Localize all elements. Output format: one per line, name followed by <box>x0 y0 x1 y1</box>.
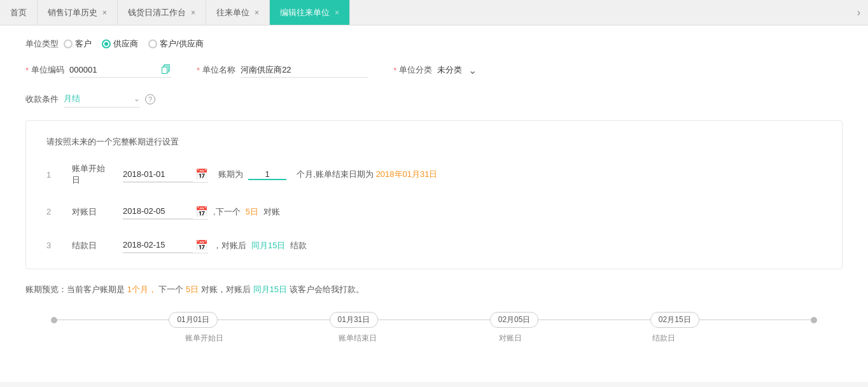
radio-supplier[interactable]: 供应商 <box>102 38 138 50</box>
timeline: 01月01日 01月31日 02月05日 02月15日 <box>51 312 817 328</box>
payment-highlight: 同月15日 <box>251 240 285 251</box>
payment-terms-label: 收款条件 <box>25 94 59 105</box>
calendar-icon-2[interactable]: 📅 <box>195 206 208 218</box>
timeline-badge-4: 02月15日 <box>650 312 699 328</box>
month-input[interactable] <box>248 169 286 180</box>
payment-date-input[interactable] <box>123 237 193 253</box>
sublabel-1: 账单开始日 <box>185 333 223 344</box>
unit-type-radio-group: 客户 供应商 客户/供应商 <box>64 38 204 50</box>
period-row-2: 2 对账日 📅 ,下一个 5日 对账 <box>46 204 822 220</box>
period-month-label: 账期为 <box>218 169 243 180</box>
preview-text: 账期预览：当前客户账期是 1个月， 下一个 5日 对账，对账后 同月15日 该客… <box>25 282 843 297</box>
period-num-3: 3 <box>46 241 62 250</box>
radio-label-both: 客户/供应商 <box>160 38 204 50</box>
calendar-icon-1[interactable]: 📅 <box>195 168 208 180</box>
tab-partner-unit-label: 往来单位 <box>216 7 249 18</box>
timeline-point-2: 01月31日 <box>330 312 379 328</box>
period-setup-box: 请按照未来的一个完整帐期进行设置 1 账单开始日 📅 账期为 个月,账单结束日期… <box>25 120 843 269</box>
payment-date-input-wrapper: 📅 <box>123 237 208 253</box>
unit-type-label: 单位类型 <box>25 38 59 50</box>
unit-type-row: 单位类型 客户 供应商 客户/供应商 <box>25 38 843 50</box>
timeline-sublabels: 账单开始日 账单结束日 对账日 结款日 <box>51 333 817 344</box>
reconcile-date-input-wrapper: 📅 <box>123 204 208 220</box>
close-icon[interactable]: × <box>255 8 259 17</box>
radio-both[interactable]: 客户/供应商 <box>148 38 204 50</box>
sublabel-4: 结款日 <box>652 333 675 344</box>
timeline-end-dot <box>811 317 817 323</box>
payment-desc-prefix: ，对账后 <box>213 240 246 251</box>
tab-partner-unit[interactable]: 往来单位 × <box>206 0 270 25</box>
timeline-line-1 <box>57 320 169 320</box>
unit-category-group: * 单位分类 未分类 ⌄ <box>393 64 477 76</box>
unit-name-input[interactable] <box>241 62 368 78</box>
radio-circle-customer <box>64 39 73 48</box>
help-icon[interactable]: ? <box>145 94 155 104</box>
chevron-down-icon: ⌄ <box>134 94 140 103</box>
unit-code-input[interactable] <box>69 62 158 77</box>
payment-terms-row: 收款条件 月结 ⌄ ? <box>25 90 843 108</box>
timeline-line-2 <box>218 320 329 320</box>
reconcile-desc-prefix: ,下一个 <box>213 206 241 218</box>
unit-code-label: 单位编码 <box>31 64 64 76</box>
unit-name-group: * 单位名称 <box>197 62 368 78</box>
unit-category-label: 单位分类 <box>399 64 432 76</box>
calendar-icon-3[interactable]: 📅 <box>195 239 208 251</box>
category-dropdown-icon[interactable]: ⌄ <box>468 64 477 76</box>
timeline-line-5 <box>699 320 811 320</box>
timeline-badge-1: 01月01日 <box>169 312 218 328</box>
timeline-point-1: 01月01日 <box>169 312 218 328</box>
preview-prefix: 账期预览：当前客户账期是 <box>25 285 125 294</box>
period-end-date: 2018年01月31日 <box>376 169 438 180</box>
reconcile-date-input[interactable] <box>123 204 193 219</box>
payment-desc-suffix: 结款 <box>290 240 307 251</box>
tab-cash-work[interactable]: 钱货日清工作台 × <box>118 0 206 25</box>
tab-edit-partner[interactable]: 编辑往来单位 × <box>270 0 350 25</box>
period-label-1: 账单开始日 <box>72 163 113 186</box>
payment-terms-select[interactable]: 月结 ⌄ <box>64 90 140 108</box>
copy-icon[interactable]: 🗍 <box>161 64 171 76</box>
timeline-line-3 <box>378 320 489 320</box>
timeline-start-dot <box>51 317 57 323</box>
main-content: 单位类型 客户 供应商 客户/供应商 * 单位编码 <box>0 25 868 382</box>
tab-sales-history[interactable]: 销售订单历史 × <box>38 0 118 25</box>
reconcile-desc-suffix: 对账 <box>263 206 280 218</box>
radio-label-customer: 客户 <box>75 38 92 50</box>
preview-text3: 对账，对账后 <box>201 285 251 294</box>
period-num-1: 1 <box>46 170 62 179</box>
timeline-point-3: 02月05日 <box>490 312 539 328</box>
unit-name-label: 单位名称 <box>202 64 235 76</box>
unit-category-value: 未分类 <box>437 64 462 76</box>
radio-customer[interactable]: 客户 <box>64 38 92 50</box>
close-icon[interactable]: × <box>102 8 107 17</box>
unit-info-row: * 单位编码 🗍 * 单位名称 * 单位分类 未分类 ⌄ <box>25 62 843 78</box>
radio-label-supplier: 供应商 <box>113 38 138 50</box>
timeline-badge-3: 02月05日 <box>490 312 539 328</box>
timeline-point-4: 02月15日 <box>650 312 699 328</box>
close-icon[interactable]: × <box>191 8 195 17</box>
preview-suffix: 该客户会给我打款。 <box>290 285 364 294</box>
tab-edit-partner-label: 编辑往来单位 <box>280 7 330 18</box>
required-star-code: * <box>25 66 29 75</box>
timeline-badge-2: 01月31日 <box>330 312 379 328</box>
payment-terms-group: 收款条件 月结 ⌄ ? <box>25 90 155 108</box>
tab-home[interactable]: 首页 <box>0 0 38 25</box>
unit-type-group: 单位类型 客户 供应商 客户/供应商 <box>25 38 204 50</box>
period-num-2: 2 <box>46 207 62 216</box>
radio-circle-supplier <box>102 39 111 48</box>
period-label-3: 结款日 <box>72 240 113 251</box>
preview-highlight1: 1个月， <box>127 285 157 294</box>
tab-scroll-right[interactable]: › <box>850 0 868 25</box>
preview-highlight2: 5日 <box>186 285 199 294</box>
sublabel-3: 对账日 <box>499 333 522 344</box>
sublabel-2: 账单结束日 <box>339 333 377 344</box>
period-title: 请按照未来的一个完整帐期进行设置 <box>46 136 822 148</box>
close-icon[interactable]: × <box>335 8 339 17</box>
period-row-1: 1 账单开始日 📅 账期为 个月,账单结束日期为 2018年01月31日 <box>46 163 822 186</box>
preview-highlight3: 同月15日 <box>253 285 287 294</box>
unit-code-group: * 单位编码 🗍 <box>25 62 171 78</box>
tab-bar: 首页 销售订单历史 × 钱货日清工作台 × 往来单位 × 编辑往来单位 × › <box>0 0 868 25</box>
required-star-name: * <box>197 66 200 75</box>
start-date-input[interactable] <box>123 167 193 182</box>
timeline-line-4 <box>538 320 650 320</box>
period-month-unit: 个月,账单结束日期为 <box>297 169 374 180</box>
